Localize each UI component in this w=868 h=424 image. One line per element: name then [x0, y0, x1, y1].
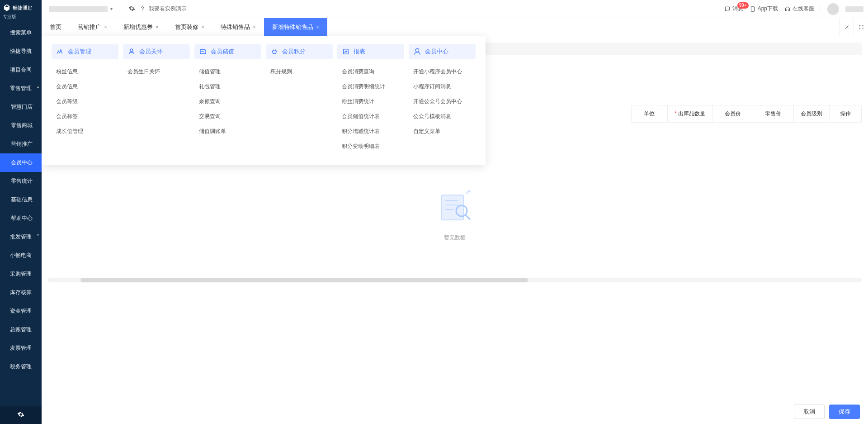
sidebar-item-2[interactable]: 项目合同: [0, 61, 42, 79]
tab-2[interactable]: 新增优惠券×: [115, 18, 167, 36]
mega-link-4-0[interactable]: 会员消费查询: [337, 64, 404, 79]
footer: 取消 保存: [42, 399, 868, 424]
mega-link-0-1[interactable]: 会员信息: [52, 79, 118, 94]
headset-icon: [784, 6, 791, 12]
topbar: ▾ 我要看实例演示 消息 99+ App下载: [42, 0, 868, 18]
mega-heading-4[interactable]: 报表: [337, 44, 404, 59]
scrollbar-thumb[interactable]: [80, 278, 528, 282]
category-icon: [127, 48, 136, 56]
sidebar-item-11[interactable]: 批发管理: [0, 228, 42, 246]
mega-link-0-3[interactable]: 会员标签: [52, 109, 118, 124]
sidebar-settings[interactable]: [0, 406, 42, 424]
settings-button[interactable]: [127, 3, 137, 15]
mega-heading-2[interactable]: 会员储值: [194, 44, 261, 59]
tab-label: 营销推广: [78, 23, 101, 31]
tab-label: 首页装修: [175, 23, 198, 31]
mega-heading-label: 会员管理: [68, 48, 91, 56]
mega-link-2-2[interactable]: 余额查询: [194, 94, 261, 109]
close-icon[interactable]: ×: [253, 24, 256, 30]
demo-link[interactable]: 我要看实例演示: [141, 5, 187, 13]
sidebar-item-8[interactable]: 零售统计: [0, 172, 42, 191]
logo-icon: [3, 4, 11, 12]
brand-name: 畅捷通好: [13, 5, 33, 11]
mega-link-5-4[interactable]: 自定义菜单: [409, 124, 476, 139]
tabbar: 首页营销推广×新增优惠券×首页装修×特殊销售品×新增特殊销售品×: [42, 18, 868, 36]
close-icon[interactable]: ×: [104, 24, 107, 30]
tab-0[interactable]: 首页: [42, 18, 70, 36]
mega-link-3-0[interactable]: 积分规则: [266, 64, 333, 79]
sidebar-item-16[interactable]: 总账管理: [0, 320, 42, 339]
app-download-button[interactable]: App下载: [750, 5, 778, 13]
tab-label: 特殊销售品: [221, 23, 250, 31]
mega-menu: 会员管理粉丝信息会员信息会员等级会员标签成长值管理会员关怀会员生日关怀会员储值储…: [42, 36, 486, 165]
mega-link-2-1[interactable]: 礼包管理: [194, 79, 261, 94]
sidebar-item-18[interactable]: 税务管理: [0, 357, 42, 376]
tab-label: 首页: [50, 23, 61, 31]
category-icon: [342, 48, 350, 56]
gear-icon: [128, 5, 135, 12]
sidebar-item-17[interactable]: 发票管理: [0, 339, 42, 357]
fullscreen-button[interactable]: [854, 18, 868, 36]
close-all-tabs[interactable]: [839, 18, 854, 36]
sidebar-item-4[interactable]: 智慧门店: [0, 98, 42, 116]
mega-link-4-4[interactable]: 积分增减统计表: [337, 124, 404, 139]
mega-link-5-0[interactable]: 开通小程序会员中心: [409, 64, 476, 79]
brand-logo: 畅捷通好: [0, 0, 42, 14]
online-cs-label: 在线客服: [793, 5, 814, 13]
video-icon: [141, 6, 147, 12]
close-icon[interactable]: ×: [316, 24, 319, 30]
sidebar-item-6[interactable]: 营销推广: [0, 135, 42, 153]
horizontal-scrollbar[interactable]: [48, 278, 862, 282]
sidebar-item-9[interactable]: 基础信息: [0, 191, 42, 209]
mega-link-4-2[interactable]: 粉丝消费统计: [337, 94, 404, 109]
sidebar-item-13[interactable]: 采购管理: [0, 265, 42, 283]
close-icon[interactable]: ×: [201, 24, 204, 30]
tab-5[interactable]: 新增特殊销售品×: [264, 18, 327, 36]
close-icon[interactable]: ×: [156, 24, 159, 30]
sidebar-item-10[interactable]: 帮助中心: [0, 209, 42, 228]
message-button[interactable]: 消息 99+: [724, 5, 743, 13]
mega-heading-label: 会员中心: [425, 48, 448, 56]
mega-heading-0[interactable]: 会员管理: [52, 44, 118, 59]
sidebar-item-7[interactable]: 会员中心: [0, 153, 42, 172]
mega-link-2-3[interactable]: 交易查询: [194, 109, 261, 124]
mega-link-4-1[interactable]: 会员消费明细统计: [337, 79, 404, 94]
table-column-0: 单位: [632, 105, 668, 122]
mega-link-0-4[interactable]: 成长值管理: [52, 124, 118, 139]
mega-link-5-1[interactable]: 小程序订阅消息: [409, 79, 476, 94]
tab-4[interactable]: 特殊销售品×: [212, 18, 264, 36]
mega-link-2-0[interactable]: 储值管理: [194, 64, 261, 79]
sidebar-item-3[interactable]: 零售管理: [0, 79, 42, 98]
tab-label: 新增特殊销售品: [272, 23, 313, 31]
message-icon: [724, 6, 731, 12]
sidebar-item-12[interactable]: 小畅电商: [0, 246, 42, 265]
mega-link-0-0[interactable]: 粉丝信息: [52, 64, 118, 79]
mega-heading-1[interactable]: 会员关怀: [123, 44, 190, 59]
sidebar-item-0[interactable]: 搜索菜单: [0, 24, 42, 42]
mega-heading-label: 会员积分: [282, 48, 306, 56]
table-column-2: 会员价: [712, 105, 753, 122]
sidebar-item-14[interactable]: 库存核算: [0, 283, 42, 302]
mega-link-5-2[interactable]: 开通公众号会员中心: [409, 94, 476, 109]
mega-heading-label: 报表: [354, 48, 365, 56]
sidebar-item-5[interactable]: 零售商城: [0, 116, 42, 135]
mega-link-2-4[interactable]: 储值调账单: [194, 124, 261, 139]
sidebar-item-1[interactable]: 快捷导航: [0, 42, 42, 61]
sidebar-item-15[interactable]: 资金管理: [0, 302, 42, 320]
mega-heading-3[interactable]: 会员积分: [266, 44, 333, 59]
mega-link-4-5[interactable]: 积分变动明细表: [337, 139, 404, 154]
tab-3[interactable]: 首页装修×: [167, 18, 212, 36]
company-selector[interactable]: ▾: [46, 5, 123, 13]
mega-heading-label: 会员储值: [211, 48, 234, 56]
mega-heading-5[interactable]: 会员中心: [409, 44, 476, 59]
mega-link-4-3[interactable]: 会员储值统计表: [337, 109, 404, 124]
online-cs-button[interactable]: 在线客服: [784, 5, 814, 13]
mega-link-5-3[interactable]: 公众号模板消息: [409, 109, 476, 124]
tab-1[interactable]: 营销推广×: [70, 18, 115, 36]
avatar[interactable]: [827, 3, 839, 15]
save-button[interactable]: 保存: [829, 405, 860, 419]
mega-link-1-0[interactable]: 会员生日关怀: [123, 64, 190, 79]
mega-link-0-2[interactable]: 会员等级: [52, 94, 118, 109]
table-column-1: 出库品数量: [668, 105, 713, 122]
cancel-button[interactable]: 取消: [794, 405, 825, 419]
